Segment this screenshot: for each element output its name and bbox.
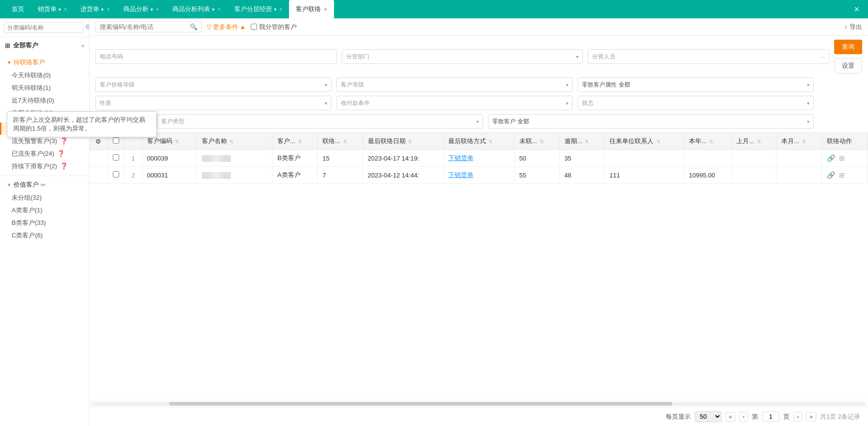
nature-field[interactable]: 性质 ▾ xyxy=(95,96,332,110)
sidebar-search-input[interactable] xyxy=(4,22,83,33)
person-field[interactable]: 分管人员 ··· xyxy=(588,49,829,64)
row1-link-icon[interactable]: 🔗 xyxy=(827,154,835,162)
search-input[interactable] xyxy=(100,23,190,30)
row1-select-checkbox[interactable] xyxy=(113,154,119,161)
select-all-checkbox[interactable] xyxy=(113,137,119,144)
my-customer-checkbox-area[interactable]: 我分管的客户 xyxy=(251,23,297,31)
filter-row-3: 性质 ▾ 收付款条件 ▾ 状态 ▾ xyxy=(95,96,862,110)
row2-link-icon[interactable]: 🔗 xyxy=(827,171,835,179)
first-page-button[interactable]: « xyxy=(726,412,736,422)
retail-attr-field[interactable]: 零散客户属性 全部 ▾ xyxy=(578,77,814,92)
page-number-input[interactable] xyxy=(762,411,779,422)
table-row: 2 000031 A类客户 7 2023-04-12 14:44: 下销货单 5… xyxy=(90,167,868,184)
horizontal-scrollbar[interactable] xyxy=(90,400,868,407)
sidebar: 🔍 ⊞ 全部客户 « ▼ 待联络客户 今天待联络(0) 明天待联络(1) 近7天… xyxy=(0,18,90,426)
all-customers-title[interactable]: ⊞ 全部客户 « xyxy=(0,37,89,54)
row2-code: 000031 xyxy=(142,167,197,184)
row1-checkbox[interactable] xyxy=(107,150,124,167)
price-grade-field[interactable]: 客户价格等级 ▾ xyxy=(95,77,332,92)
more-filter-button[interactable]: ▽ 更多条件 ▲ xyxy=(207,23,246,31)
row1-grid-icon[interactable]: ⊞ xyxy=(839,154,845,162)
dept-field[interactable]: 分管部门 ▾ xyxy=(342,49,583,64)
search-icon[interactable]: 🔍 xyxy=(190,23,198,30)
c-class-label: C类客户(6) xyxy=(12,232,43,239)
sidebar-item-a-class[interactable]: A类客户(1) xyxy=(0,204,89,217)
value-customers-title[interactable]: ▼ 价值客户 ✏ xyxy=(0,178,89,191)
retail-customer-field[interactable]: 零散客户 全部 ▾ xyxy=(488,114,814,129)
filter-row-1: 电话号码 分管部门 ▾ 分管人员 ··· 查询 设置 xyxy=(95,40,862,73)
row2-select-checkbox[interactable] xyxy=(113,171,119,177)
customer-grade-field[interactable]: 客户等级 ▾ xyxy=(336,77,573,92)
row2-checkbox[interactable] xyxy=(107,167,124,184)
tab-home[interactable]: 首页 xyxy=(5,0,31,18)
sidebar-collapse-icon[interactable]: « xyxy=(81,43,84,48)
tab-customer-mgmt[interactable]: 客户分层经营 ▾ × xyxy=(228,0,289,18)
row2-last-contact-method[interactable]: 下销货单 xyxy=(443,167,514,184)
tab-sales[interactable]: 销货单 ▾ × xyxy=(31,0,74,18)
tab-customer-mgmt-close[interactable]: × xyxy=(279,6,282,12)
payment-field[interactable]: 收付款条件 ▾ xyxy=(336,96,573,110)
customer-type-field[interactable]: 客户类型 ▾ xyxy=(157,114,483,129)
sidebar-search-icon[interactable]: 🔍 xyxy=(85,24,90,31)
unit-contact-column-header[interactable]: 往来单位联系人 ⇅ xyxy=(605,133,684,150)
action-column-header: 联络动作 xyxy=(822,133,868,150)
row2-contact: 7 xyxy=(318,167,363,184)
row1-overdue: 35 xyxy=(559,150,604,167)
value-customers-edit-icon[interactable]: ✏ xyxy=(41,181,46,189)
all-customers-label: 全部客户 xyxy=(13,41,38,50)
tab-product-list[interactable]: 商品分析列表 ▾ × xyxy=(166,0,227,18)
tab-product-analysis[interactable]: 商品分析 ▾ × xyxy=(117,0,166,18)
phone-field[interactable]: 电话号码 xyxy=(95,49,337,64)
row1-last-contact-method[interactable]: 下销货单 xyxy=(443,150,514,167)
status-field[interactable]: 状态 ▾ xyxy=(578,96,814,110)
sidebar-item-b-class[interactable]: B类客户(33) xyxy=(0,217,89,229)
name-sort-icon: ⇅ xyxy=(229,139,233,144)
last-month-column-header[interactable]: 上月... ⇅ xyxy=(731,133,777,150)
pending-contact-title[interactable]: ▼ 待联络客户 xyxy=(0,56,89,69)
today-label: 今天待联络(0) xyxy=(12,72,51,79)
row2-this-month xyxy=(777,167,822,184)
person-label: 分管人员 xyxy=(592,53,615,61)
tab-purchase[interactable]: 进货单 ▾ × xyxy=(74,0,116,18)
pending-contact-label: 待联络客户 xyxy=(14,58,45,67)
sidebar-item-c-class[interactable]: C类客户(6) xyxy=(0,229,89,242)
my-customer-checkbox[interactable] xyxy=(251,24,257,30)
churn-warning-label: 流失预警客户(3) xyxy=(12,137,57,145)
per-page-select[interactable]: 50 100 xyxy=(695,411,722,422)
scroll-thumb[interactable] xyxy=(169,402,672,406)
row2-grid-icon[interactable]: ⊞ xyxy=(839,171,845,179)
sidebar-item-tomorrow[interactable]: 明天待联络(1) xyxy=(0,82,89,94)
action-buttons: 查询 设置 xyxy=(834,40,862,73)
tab-product-list-close[interactable]: × xyxy=(217,6,220,12)
tab-customer-contact[interactable]: 客户联络 × xyxy=(289,0,334,18)
prev-page-button[interactable]: ‹ xyxy=(739,412,748,422)
unpaid-column-header[interactable]: 未联... ⇅ xyxy=(514,133,559,150)
tab-sales-close[interactable]: × xyxy=(64,6,67,12)
sidebar-item-churned[interactable]: 已流失客户(24) ❓ xyxy=(0,147,89,160)
top-navigation: 首页 销货单 ▾ × 进货单 ▾ × 商品分析 ▾ × 商品分析列表 ▾ × 客… xyxy=(0,0,868,18)
contact-column-header[interactable]: 联络... ⇅ xyxy=(318,133,363,150)
this-year-column-header[interactable]: 本年... ⇅ xyxy=(684,133,731,150)
name-column-header[interactable]: 客户名称 ⇅ xyxy=(197,133,273,150)
tab-customer-contact-close[interactable]: × xyxy=(324,6,327,12)
query-button[interactable]: 查询 xyxy=(834,40,862,54)
sidebar-item-7days[interactable]: 近7天待联络(0) xyxy=(0,94,89,107)
last-contact-date-column-header[interactable]: 最后联络日期 ⇅ xyxy=(363,133,443,150)
last-page-button[interactable]: » xyxy=(806,412,816,422)
window-close-button[interactable]: × xyxy=(850,4,863,15)
overdue-sort-icon: ⇅ xyxy=(585,139,589,144)
pagination: 每页显示 50 100 « ‹ 第 页 › » 共1页 2条记录 xyxy=(90,407,868,426)
last-contact-method-column-header[interactable]: 最后联络方式 ⇅ xyxy=(443,133,514,150)
next-page-button[interactable]: › xyxy=(793,412,802,422)
overdue-column-header[interactable]: 逾期... ⇅ xyxy=(559,133,604,150)
sidebar-item-today[interactable]: 今天待联络(0) xyxy=(0,69,89,82)
tab-product-analysis-close[interactable]: × xyxy=(156,6,159,12)
settings-button[interactable]: 设置 xyxy=(835,58,862,73)
this-month-column-header[interactable]: 本月... ⇅ xyxy=(777,133,822,150)
type-column-header[interactable]: 客户... ⇅ xyxy=(273,133,318,150)
sidebar-item-declining[interactable]: 持续下滑客户(2) ❓ xyxy=(0,160,89,173)
tab-purchase-close[interactable]: × xyxy=(107,6,109,12)
sidebar-item-unclassified[interactable]: 未分组(32) xyxy=(0,191,89,204)
export-button[interactable]: ↑ 导出 xyxy=(845,23,863,31)
person-dots[interactable]: ··· xyxy=(820,53,825,60)
